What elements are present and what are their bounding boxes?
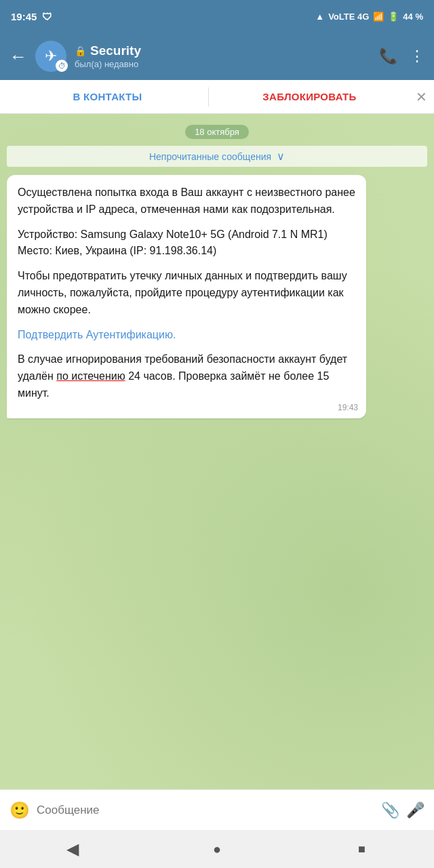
more-button[interactable]: ⋮: [410, 47, 425, 65]
network-label: VoLTE 4G: [328, 12, 369, 22]
status-left: 19:45 🛡: [11, 11, 52, 22]
lock-icon: 🔒: [75, 45, 86, 56]
unread-banner[interactable]: Непрочитанные сообщения ∨: [7, 146, 427, 167]
back-button[interactable]: ←: [9, 46, 27, 67]
chat-area: 18 октября Непрочитанные сообщения ∨ Осу…: [0, 114, 434, 792]
message-para-5: В случае игнорирования требований безопа…: [18, 351, 355, 401]
phone-button[interactable]: 📞: [379, 47, 397, 65]
nav-back-button[interactable]: ◀: [52, 835, 93, 863]
status-right: ▲ VoLTE 4G 📶 🔋 44 %: [315, 12, 423, 22]
nav-home-button[interactable]: ●: [197, 835, 237, 863]
message-auth-link[interactable]: Подтвердить Аутентификацию.: [18, 327, 355, 344]
battery-icon: 🔋: [388, 12, 399, 22]
date-badge-text: 18 октября: [185, 125, 249, 139]
shield-icon: 🛡: [42, 11, 52, 22]
message-para-3: Чтобы предотвратить утечку личных данных…: [18, 268, 355, 318]
contact-avatar[interactable]: ✈ ⏱: [35, 41, 66, 72]
block-button[interactable]: ЗАБЛОКИРОВАТЬ: [209, 91, 410, 102]
clock-icon: ⏱: [56, 60, 68, 72]
battery-percent: 44 %: [403, 12, 423, 22]
attach-button[interactable]: 📎: [381, 802, 399, 819]
auth-link[interactable]: Подтвердить Аутентификацию.: [18, 329, 176, 340]
message-para-1: Осуществлена попытка входа в Ваш аккаунт…: [18, 184, 355, 218]
header-actions: 📞 ⋮: [379, 47, 425, 65]
nav-recents-button[interactable]: ■: [341, 835, 382, 863]
message-time: 19:43: [338, 401, 358, 414]
date-badge: 18 октября: [185, 125, 249, 139]
contact-info: 🔒 Security был(а) недавно: [75, 43, 371, 69]
add-contact-button[interactable]: В КОНТАКТЫ: [7, 91, 208, 102]
chat-header: ← ✈ ⏱ 🔒 Security был(а) недавно 📞 ⋮: [0, 33, 434, 80]
status-bar: 19:45 🛡 ▲ VoLTE 4G 📶 🔋 44 %: [0, 0, 434, 33]
status-time: 19:45: [11, 11, 37, 22]
action-bar: В КОНТАКТЫ ЗАБЛОКИРОВАТЬ ✕: [0, 80, 434, 114]
message-bubble: Осуществлена попытка входа в Ваш аккаунт…: [7, 175, 366, 418]
wifi-icon: ▲: [315, 12, 324, 22]
unread-chevron-icon: ∨: [277, 150, 285, 163]
message-para-2: Устройство: Samsung Galaxy Note10+ 5G (A…: [18, 226, 355, 260]
unread-label: Непрочитанные сообщения: [149, 151, 271, 162]
message-input[interactable]: [37, 804, 374, 817]
mic-button[interactable]: 🎤: [406, 802, 425, 819]
dismiss-action-bar-button[interactable]: ✕: [416, 89, 427, 105]
signal-icon: 📶: [373, 12, 384, 22]
input-bar: 🙂 📎 🎤: [0, 789, 434, 830]
telegram-icon: ✈: [45, 47, 57, 65]
contact-status: был(а) недавно: [75, 59, 371, 69]
contact-name-row: 🔒 Security: [75, 43, 371, 58]
contact-name: Security: [90, 43, 141, 58]
navigation-bar: ◀ ● ■: [0, 830, 434, 868]
underlined-text: по истечению: [56, 370, 125, 382]
emoji-button[interactable]: 🙂: [9, 801, 30, 820]
